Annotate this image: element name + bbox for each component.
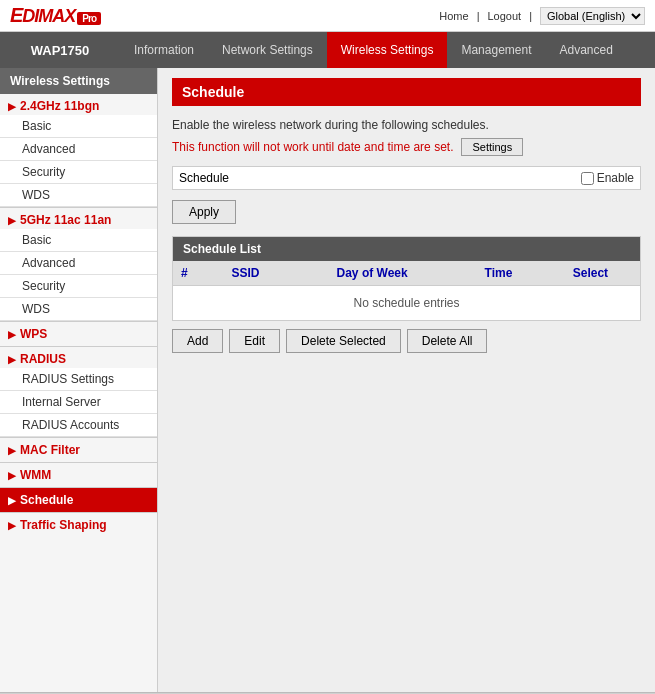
sidebar-item-wmm[interactable]: ▶ WMM [0,462,157,487]
sidebar-child-advanced-24[interactable]: Advanced [0,138,157,161]
sidebar-item-schedule[interactable]: ▶ Schedule [0,487,157,512]
col-num: # [173,261,203,286]
info-text: Enable the wireless network during the f… [172,118,641,132]
sidebar-item-wps[interactable]: ▶ WPS [0,321,157,346]
arrow-icon: ▶ [8,101,16,112]
arrow-icon-traffic: ▶ [8,520,16,531]
sidebar-child-security-24[interactable]: Security [0,161,157,184]
delete-selected-button[interactable]: Delete Selected [286,329,401,353]
sidebar-item-mac-filter[interactable]: ▶ MAC Filter [0,437,157,462]
sidebar-child-advanced-5g[interactable]: Advanced [0,252,157,275]
sidebar-child-security-5g[interactable]: Security [0,275,157,298]
sidebar-child-basic-5g[interactable]: Basic [0,229,157,252]
arrow-icon-wmm: ▶ [8,470,16,481]
home-link[interactable]: Home [439,10,468,22]
logout-link[interactable]: Logout [487,10,521,22]
schedule-row: Enable [172,166,641,190]
schedule-table: # SSID Day of Week Time Select No schedu… [173,261,640,320]
edit-button[interactable]: Edit [229,329,280,353]
top-bar: EDIMAXPro Home | Logout | Global (Englis… [0,0,655,32]
delete-all-button[interactable]: Delete All [407,329,488,353]
col-ssid: SSID [203,261,288,286]
arrow-icon-schedule: ▶ [8,495,16,506]
arrow-icon-radius: ▶ [8,354,16,365]
sidebar-label-2ghz: 2.4GHz 11bgn [20,99,99,113]
add-button[interactable]: Add [172,329,223,353]
col-select: Select [541,261,640,286]
list-header: Schedule List [173,237,640,261]
schedule-input[interactable] [179,171,379,185]
nav-tab-network[interactable]: Network Settings [208,32,327,68]
sidebar-item-radius[interactable]: ▶ RADIUS [0,346,157,368]
table-header-row: # SSID Day of Week Time Select [173,261,640,286]
sep1: | [477,10,480,22]
warning-text: This function will not work until date a… [172,140,453,154]
settings-button[interactable]: Settings [461,138,523,156]
sidebar-item-2ghz[interactable]: ▶ 2.4GHz 11bgn [0,94,157,115]
sidebar-child-radius-accounts[interactable]: RADIUS Accounts [0,414,157,437]
sidebar-child-internal-server[interactable]: Internal Server [0,391,157,414]
sidebar: Wireless Settings ▶ 2.4GHz 11bgn Basic A… [0,68,158,692]
arrow-icon-5g: ▶ [8,215,16,226]
sidebar-child-wds-24[interactable]: WDS [0,184,157,207]
apply-button[interactable]: Apply [172,200,236,224]
enable-label: Enable [581,171,634,185]
arrow-icon-wps: ▶ [8,329,16,340]
sidebar-item-5ghz[interactable]: ▶ 5GHz 11ac 11an [0,207,157,229]
sidebar-child-basic-24[interactable]: Basic [0,115,157,138]
col-day: Day of Week [288,261,456,286]
nav-tab-management[interactable]: Management [447,32,545,68]
lang-select[interactable]: Global (English) [540,7,645,25]
top-links: Home | Logout | Global (English) [439,7,645,25]
enable-checkbox[interactable] [581,172,594,185]
list-actions: Add Edit Delete Selected Delete All [172,329,641,353]
sidebar-child-radius-settings[interactable]: RADIUS Settings [0,368,157,391]
empty-msg: No schedule entries [173,286,640,321]
schedule-list-container: Schedule List # SSID Day of Week Time Se… [172,236,641,321]
nav-tab-advanced[interactable]: Advanced [545,32,626,68]
sidebar-label-5ghz: 5GHz 11ac 11an [20,213,111,227]
warning-row: This function will not work until date a… [172,138,641,156]
main-layout: Wireless Settings ▶ 2.4GHz 11bgn Basic A… [0,68,655,692]
logo-text: EDIMAXPro [10,4,101,27]
col-time: Time [456,261,541,286]
device-nav: WAP1750 Information Network Settings Wir… [0,32,655,68]
page-title: Schedule [172,78,641,106]
sidebar-item-traffic[interactable]: ▶ Traffic Shaping [0,512,157,537]
sidebar-header: Wireless Settings [0,68,157,94]
content-area: Schedule Enable the wireless network dur… [158,68,655,692]
device-name: WAP1750 [0,43,120,58]
sidebar-child-wds-5g[interactable]: WDS [0,298,157,321]
empty-row: No schedule entries [173,286,640,321]
logo-area: EDIMAXPro [10,4,101,27]
nav-tab-wireless[interactable]: Wireless Settings [327,32,448,68]
arrow-icon-mac: ▶ [8,445,16,456]
nav-tab-information[interactable]: Information [120,32,208,68]
sep2: | [529,10,532,22]
